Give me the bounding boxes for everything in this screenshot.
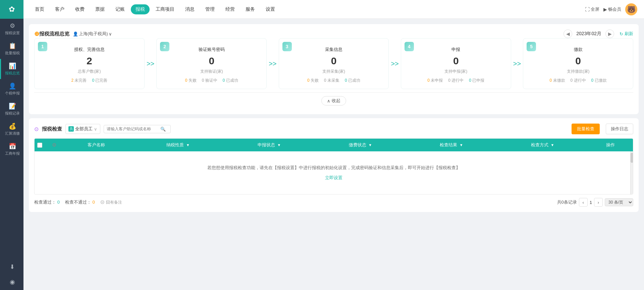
nav-right: ⛶ 全屏 ▶ 畅会员 🐻 <box>585 3 637 15</box>
col-tax-type[interactable]: 纳税性质 ▼ <box>132 139 224 151</box>
taxcheck-title: 报税检查 <box>42 126 62 132</box>
fullscreen-button[interactable]: ⛶ 全屏 <box>585 6 599 12</box>
card4-stat-ok[interactable]: 0 已申报 <box>469 78 484 83</box>
next-page-button[interactable]: › <box>594 198 603 207</box>
nav-items: 首页 客户 收费 票据 记账 报税 工商项目 消息 管理 经营 服务 设置 <box>30 4 585 14</box>
filter-pay-status-icon[interactable]: ▼ <box>368 143 372 147</box>
month-nav: ◀ 2023年02月 ▶ <box>564 29 614 38</box>
card3-stat-fail[interactable]: 0 失败 <box>307 78 319 83</box>
main-area: 首页 客户 收费 票据 记账 报税 工商项目 消息 管理 经营 服务 设置 ⛶ … <box>23 0 644 290</box>
avatar[interactable]: 🐻 <box>625 3 637 15</box>
scrollbar-thumb[interactable] <box>631 153 633 163</box>
taxcheck-header: ⊙ 报税检查 员 全部员工 ∨ 🔍 批量检查 操作日志 <box>34 124 633 134</box>
filter-check-method-icon[interactable]: ▼ <box>551 143 554 147</box>
sidebar-item-tax-settings[interactable]: ⚙ 报税设置 <box>0 19 23 39</box>
pass-count-link[interactable]: 0 <box>57 200 60 205</box>
card3-stat-ok[interactable]: 0 已成功 <box>345 78 360 83</box>
sidebar-label-tax-settings: 报税设置 <box>5 30 20 35</box>
sidebar-item-batch-tax[interactable]: 📋 批量报税 <box>0 39 23 59</box>
refresh-button[interactable]: ↻ 刷新 <box>620 31 633 37</box>
nav-invoice[interactable]: 票据 <box>91 4 109 14</box>
card3-sub: 支持采集(家) <box>284 69 383 74</box>
nav-message[interactable]: 消息 <box>180 4 199 14</box>
nav-operation[interactable]: 经营 <box>221 4 239 14</box>
top-nav: 首页 客户 收费 票据 记账 报税 工商项目 消息 管理 经营 服务 设置 ⛶ … <box>23 0 644 19</box>
card3-stat-mid[interactable]: 0 未采集 <box>324 78 339 83</box>
col-check-method[interactable]: 检查方式 ▼ <box>497 139 588 151</box>
nav-client[interactable]: 客户 <box>50 4 69 14</box>
col-check-result[interactable]: 检查结果 ▼ <box>406 139 497 151</box>
operation-log-button[interactable]: 操作日志 <box>606 124 633 134</box>
prev-month-button[interactable]: ◀ <box>564 29 572 38</box>
search-input[interactable] <box>107 127 160 131</box>
nav-home[interactable]: 首页 <box>30 4 49 14</box>
table-gear-icon[interactable]: ⚙ <box>52 142 56 148</box>
batch-check-button[interactable]: 批量检查 <box>572 124 600 134</box>
card2-value: 0 <box>162 55 261 67</box>
nav-bookkeeping[interactable]: 记账 <box>111 4 129 14</box>
filter-report-status-icon[interactable]: ▼ <box>277 143 281 147</box>
collapse-icon: ∧ <box>327 98 330 103</box>
nav-business[interactable]: 工商项目 <box>151 4 179 14</box>
sidebar-item-settlement[interactable]: 💰 汇算清缴 <box>0 119 23 139</box>
staff-select[interactable]: 员 全部员工 ∨ <box>65 124 100 134</box>
tax-records-icon: 📝 <box>9 102 16 110</box>
sidebar: ✿ ⚙ 报税设置 📋 批量报税 📊 报税总览 👤 个税申报 📝 报税记录 💰 汇… <box>0 0 23 290</box>
card1-stat-fail[interactable]: 2 未完善 <box>71 78 87 83</box>
location-tag[interactable]: 👤 上海(电子税局) ∨ <box>73 31 112 37</box>
step-2-badge: 2 <box>160 42 169 51</box>
filter-tax-type-icon[interactable]: ▼ <box>186 143 190 147</box>
personal-report-icon: 👤 <box>9 82 16 90</box>
card5-stat-ok[interactable]: 0 已缴款 <box>591 78 607 83</box>
card2-stat-fail[interactable]: 0 失败 <box>185 78 197 83</box>
flow-card-3: 3 采集信息 0 支持采集(家) 0 失败 0 未采集 <box>279 38 389 89</box>
card1-stat-ok[interactable]: 0 已完善 <box>92 78 107 83</box>
tax-overview-icon: 📊 <box>9 62 16 70</box>
sidebar-label-settlement: 汇算清缴 <box>5 131 20 136</box>
col-pay-status[interactable]: 缴费状态 ▼ <box>315 139 406 151</box>
refresh-icon: ↻ <box>620 31 623 37</box>
flow-card-1: 1 授权、完善信息 2 总客户数(家) 2 未完善 0 已完善 <box>34 38 145 89</box>
card2-stat-mid[interactable]: 0 验证中 <box>202 78 217 83</box>
nav-fee[interactable]: 收费 <box>70 4 89 14</box>
prev-page-button[interactable]: ‹ <box>579 198 588 207</box>
select-all-checkbox[interactable] <box>37 143 42 148</box>
next-month-button[interactable]: ▶ <box>605 29 614 38</box>
sidebar-item-personal-report[interactable]: 👤 个税申报 <box>0 79 23 99</box>
collapse-button[interactable]: ∧ 收起 <box>321 96 346 105</box>
sidebar-item-tax-overview[interactable]: 📊 报税总览 <box>0 59 23 79</box>
step-3-badge: 3 <box>282 42 292 51</box>
sidebar-item-tax-records[interactable]: 📝 报税记录 <box>0 99 23 119</box>
search-icon[interactable]: 🔍 <box>160 127 166 132</box>
card4-stat-mid[interactable]: 0 进行中 <box>448 78 464 83</box>
nav-tax[interactable]: 报税 <box>131 4 150 14</box>
card1-title: 授权、完善信息 <box>40 44 139 53</box>
fullscreen-icon: ⛶ <box>585 7 590 12</box>
filter-check-result-icon[interactable]: ▼ <box>460 143 463 147</box>
scrollbar[interactable] <box>630 151 633 194</box>
sidebar-item-download[interactable]: ⬇ <box>0 260 23 275</box>
nav-service[interactable]: 服务 <box>241 4 260 14</box>
fail-count-link[interactable]: 0 <box>92 200 95 205</box>
card5-stat-fail[interactable]: 0 未缴款 <box>549 78 565 83</box>
card2-stat-ok[interactable]: 0 已成功 <box>223 78 238 83</box>
nav-management[interactable]: 管理 <box>201 4 219 14</box>
setup-link[interactable]: 立即设置 <box>325 175 342 180</box>
nav-settings[interactable]: 设置 <box>261 4 280 14</box>
sidebar-item-location[interactable]: ◉ <box>0 275 23 290</box>
search-box: 🔍 <box>104 125 171 133</box>
has-note-indicator: ☹ 囧有备注 <box>100 200 122 205</box>
sidebar-item-annual-report[interactable]: 📅 工商年报 <box>0 139 23 159</box>
card4-stat-fail[interactable]: 0 未申报 <box>427 78 443 83</box>
card5-stats: 0 未缴款 0 进行中 0 已缴款 <box>529 78 628 83</box>
settlement-icon: 💰 <box>9 123 16 130</box>
card2-title: 验证账号密码 <box>162 44 261 53</box>
total-records: 共0条记录 <box>557 199 577 205</box>
card1-sub: 总客户数(家) <box>40 69 139 74</box>
col-report-status[interactable]: 申报状态 ▼ <box>224 139 315 151</box>
overview-section: ⊕ 报税流程总览 👤 上海(电子税局) ∨ ◀ 2023年02月 ▶ ↻ 刷新 <box>29 24 639 114</box>
vip-button[interactable]: ▶ 畅会员 <box>603 6 621 12</box>
card5-title: 缴款 <box>529 44 628 53</box>
card5-stat-mid[interactable]: 0 进行中 <box>571 78 586 83</box>
per-page-select[interactable]: 30 条/页50 条/页100 条/页 <box>605 198 633 206</box>
